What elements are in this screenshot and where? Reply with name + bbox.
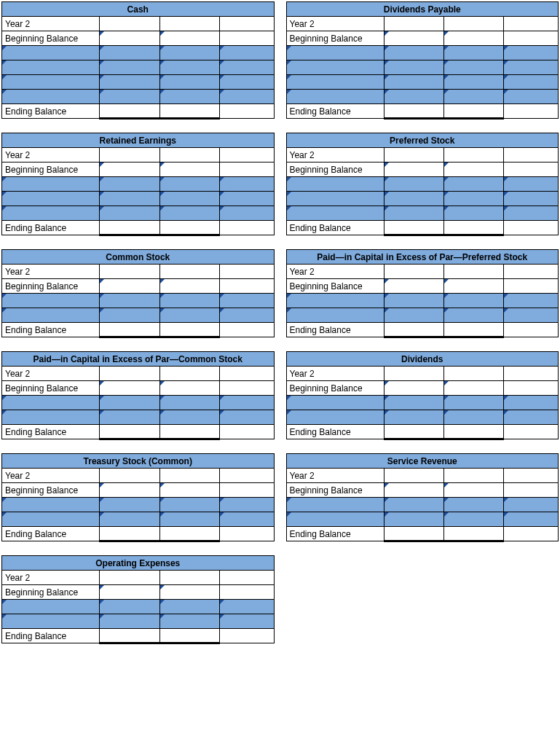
input-cell[interactable]: [384, 308, 443, 323]
input-cell[interactable]: [159, 31, 219, 46]
input-cell[interactable]: [2, 512, 100, 527]
input-cell[interactable]: [444, 512, 504, 527]
input-cell[interactable]: [159, 177, 219, 192]
input-cell[interactable]: [444, 90, 504, 104]
input-cell[interactable]: [100, 381, 159, 396]
input-cell[interactable]: [2, 294, 100, 308]
ending-cell[interactable]: [444, 323, 504, 337]
input-cell[interactable]: [219, 192, 274, 206]
input-cell[interactable]: [159, 75, 219, 90]
input-cell[interactable]: [384, 396, 443, 410]
input-cell[interactable]: [159, 498, 219, 512]
input-cell[interactable]: [100, 396, 159, 410]
input-cell[interactable]: [219, 294, 274, 308]
ending-cell[interactable]: [100, 221, 159, 235]
input-cell[interactable]: [286, 396, 384, 410]
input-cell[interactable]: [159, 279, 219, 294]
input-cell[interactable]: [286, 294, 384, 308]
input-cell[interactable]: [2, 396, 100, 410]
input-cell[interactable]: [504, 60, 559, 75]
ending-cell[interactable]: [159, 629, 219, 643]
input-cell[interactable]: [159, 483, 219, 498]
input-cell[interactable]: [100, 90, 159, 104]
input-cell[interactable]: [504, 206, 559, 221]
input-cell[interactable]: [286, 498, 384, 512]
ending-cell[interactable]: [384, 323, 443, 337]
input-cell[interactable]: [444, 206, 504, 221]
input-cell[interactable]: [384, 75, 443, 90]
input-cell[interactable]: [286, 177, 384, 192]
input-cell[interactable]: [219, 206, 274, 221]
input-cell[interactable]: [444, 410, 504, 425]
input-cell[interactable]: [2, 60, 100, 75]
input-cell[interactable]: [100, 483, 159, 498]
input-cell[interactable]: [100, 192, 159, 206]
input-cell[interactable]: [504, 410, 559, 425]
ending-cell[interactable]: [384, 425, 443, 439]
input-cell[interactable]: [444, 308, 504, 323]
input-cell[interactable]: [444, 31, 504, 46]
input-cell[interactable]: [219, 410, 274, 425]
input-cell[interactable]: [2, 410, 100, 425]
input-cell[interactable]: [384, 206, 443, 221]
input-cell[interactable]: [100, 75, 159, 90]
input-cell[interactable]: [100, 279, 159, 294]
input-cell[interactable]: [384, 410, 443, 425]
input-cell[interactable]: [504, 294, 559, 308]
input-cell[interactable]: [504, 46, 559, 60]
input-cell[interactable]: [219, 600, 274, 614]
ending-cell[interactable]: [100, 527, 159, 541]
input-cell[interactable]: [100, 585, 159, 600]
input-cell[interactable]: [219, 308, 274, 323]
input-cell[interactable]: [159, 600, 219, 614]
ending-cell[interactable]: [159, 323, 219, 337]
input-cell[interactable]: [504, 498, 559, 512]
input-cell[interactable]: [2, 46, 100, 60]
input-cell[interactable]: [2, 308, 100, 323]
input-cell[interactable]: [504, 396, 559, 410]
input-cell[interactable]: [2, 90, 100, 104]
input-cell[interactable]: [159, 381, 219, 396]
input-cell[interactable]: [100, 600, 159, 614]
input-cell[interactable]: [219, 498, 274, 512]
input-cell[interactable]: [444, 279, 504, 294]
input-cell[interactable]: [384, 31, 443, 46]
input-cell[interactable]: [159, 90, 219, 104]
input-cell[interactable]: [286, 206, 384, 221]
input-cell[interactable]: [219, 46, 274, 60]
input-cell[interactable]: [384, 483, 443, 498]
input-cell[interactable]: [2, 75, 100, 90]
ending-cell[interactable]: [159, 221, 219, 235]
input-cell[interactable]: [2, 192, 100, 206]
input-cell[interactable]: [100, 614, 159, 629]
input-cell[interactable]: [286, 308, 384, 323]
ending-cell[interactable]: [159, 425, 219, 439]
input-cell[interactable]: [444, 60, 504, 75]
input-cell[interactable]: [286, 60, 384, 75]
input-cell[interactable]: [100, 60, 159, 75]
ending-cell[interactable]: [384, 104, 443, 119]
input-cell[interactable]: [286, 90, 384, 104]
input-cell[interactable]: [444, 192, 504, 206]
input-cell[interactable]: [159, 192, 219, 206]
ending-cell[interactable]: [159, 527, 219, 541]
input-cell[interactable]: [444, 75, 504, 90]
input-cell[interactable]: [100, 512, 159, 527]
input-cell[interactable]: [384, 512, 443, 527]
ending-cell[interactable]: [444, 221, 504, 235]
input-cell[interactable]: [504, 75, 559, 90]
input-cell[interactable]: [100, 177, 159, 192]
ending-cell[interactable]: [100, 104, 159, 119]
input-cell[interactable]: [100, 308, 159, 323]
input-cell[interactable]: [100, 410, 159, 425]
input-cell[interactable]: [219, 177, 274, 192]
input-cell[interactable]: [444, 483, 504, 498]
input-cell[interactable]: [2, 498, 100, 512]
input-cell[interactable]: [159, 410, 219, 425]
input-cell[interactable]: [384, 163, 443, 177]
input-cell[interactable]: [286, 410, 384, 425]
input-cell[interactable]: [384, 90, 443, 104]
input-cell[interactable]: [504, 90, 559, 104]
input-cell[interactable]: [504, 308, 559, 323]
input-cell[interactable]: [504, 192, 559, 206]
